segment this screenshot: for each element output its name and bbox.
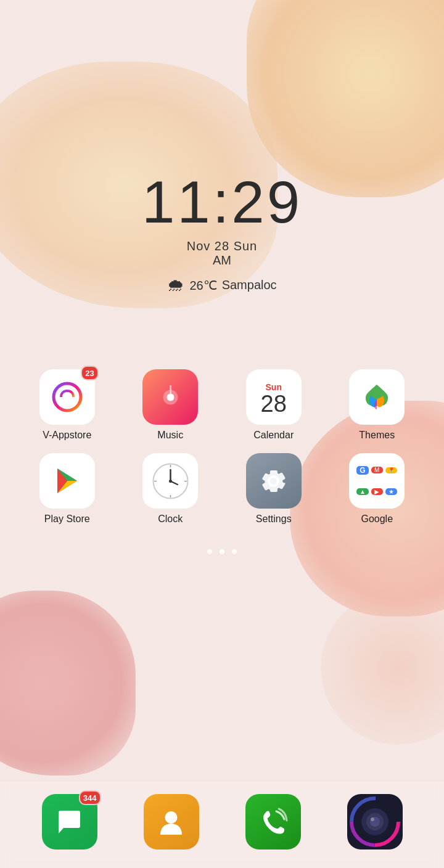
app-grid-row1: 23 V-Appstore Music (0, 332, 444, 537)
clock-date: Nov 28 Sun (187, 239, 258, 253)
clock-ampm: AM (213, 253, 231, 268)
music-label: Music (157, 430, 183, 441)
page-dot-1[interactable] (207, 549, 212, 554)
clock-icon (142, 453, 198, 509)
dock-contacts[interactable] (144, 794, 199, 850)
weather-icon: 🌧 (167, 275, 184, 295)
playstore-icon (39, 453, 95, 509)
vappstore-label: V-Appstore (43, 430, 91, 441)
weather-row: 🌧 26℃ Sampaloc (167, 275, 276, 295)
page-dot-2[interactable] (220, 549, 224, 554)
app-clock[interactable]: Clock (122, 453, 220, 525)
app-vappstore[interactable]: 23 V-Appstore (18, 369, 116, 441)
app-music[interactable]: Music (122, 369, 220, 441)
google-folder-label: Google (361, 514, 393, 525)
vappstore-badge: 23 (81, 366, 98, 380)
camera-dock-icon (347, 794, 403, 850)
contacts-dock-icon (144, 794, 199, 850)
google-folder-icon: G M 📍 ▲ ▶ ★ (349, 453, 405, 509)
clock-section: 11:29 Nov 28 Sun AM 🌧 26℃ Sampaloc (0, 0, 444, 295)
app-playstore[interactable]: Play Store (18, 453, 116, 525)
clock-label: Clock (158, 514, 183, 525)
playstore-label: Play Store (44, 514, 90, 525)
clock-time: 11:29 (142, 173, 302, 232)
page-dots (0, 549, 444, 554)
app-themes[interactable]: Themes (329, 369, 426, 441)
app-google-folder[interactable]: G M 📍 ▲ ▶ ★ Google (329, 453, 426, 525)
temperature: 26℃ (189, 278, 216, 293)
themes-icon (349, 369, 405, 425)
settings-icon (246, 453, 302, 509)
themes-label: Themes (359, 430, 395, 441)
calendar-icon: Sun 28 (246, 369, 302, 425)
svg-point-15 (165, 811, 178, 824)
app-settings[interactable]: Settings (225, 453, 323, 525)
settings-label: Settings (256, 514, 292, 525)
calendar-label: Calendar (253, 430, 294, 441)
app-calendar[interactable]: Sun 28 Calendar (225, 369, 323, 441)
svg-point-23 (371, 817, 374, 821)
dock-phone[interactable] (245, 794, 301, 850)
dock-camera[interactable] (347, 794, 403, 850)
page-dot-3[interactable] (232, 549, 237, 554)
svg-point-10 (169, 480, 172, 483)
calendar-num-label: 28 (261, 392, 287, 416)
phone-dock-icon (245, 794, 301, 850)
location: Sampaloc (222, 278, 277, 292)
music-icon (142, 369, 198, 425)
dock-messages[interactable]: 344 (42, 794, 97, 850)
dock: 344 (0, 782, 444, 868)
messages-badge: 344 (79, 790, 101, 805)
